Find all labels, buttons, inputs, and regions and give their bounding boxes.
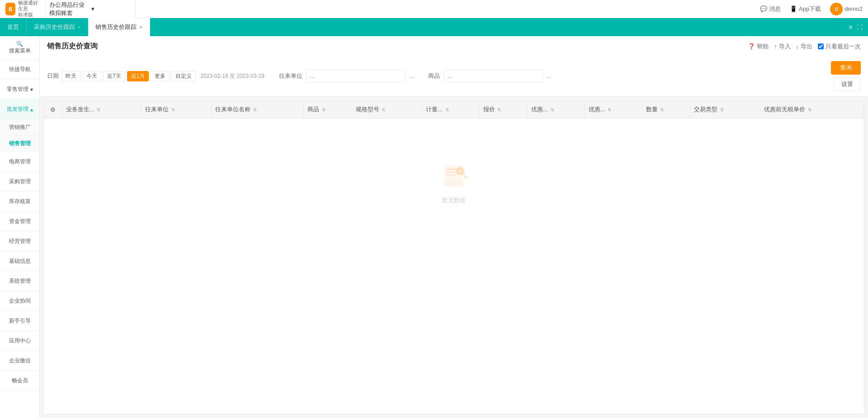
logo-icon: 6 <box>5 3 15 15</box>
sidebar-item-enterprise-wechat[interactable]: 企业微信 <box>0 351 39 371</box>
tab-purchase-history[interactable]: 采购历史价跟踪 × <box>27 18 88 36</box>
partner-more[interactable]: ... <box>409 73 414 79</box>
user-btn[interactable]: d demo2 <box>830 3 863 15</box>
only-last-input[interactable] <box>818 43 824 49</box>
date-label: 日期 <box>47 72 59 80</box>
sort-biz-date-icon: ⇅ <box>97 107 100 112</box>
help-btn[interactable]: ❓ 帮助 <box>748 43 769 51</box>
sort-spec-icon: ⇅ <box>382 107 385 112</box>
page-title: 销售历史价查询 <box>47 42 98 51</box>
sidebar-item-purchase-mgmt[interactable]: 采购管理 <box>0 172 39 192</box>
content-area: 销售历史价查询 ❓ 帮助 ↑ 导入 ↓ 导出 <box>40 36 868 418</box>
top-bar-right: 💬 消息 📱 App下载 d demo2 <box>760 3 863 15</box>
th-quantity[interactable]: 数量 ⇅ <box>642 101 690 119</box>
th-biz-date[interactable]: 业务发生... ⇅ <box>62 101 142 119</box>
sidebar-item-enterprise-collab[interactable]: 企业协同 <box>0 291 39 311</box>
tab-home[interactable]: 首页 <box>0 18 27 36</box>
sidebar-item-basic-info[interactable]: 基础信息 <box>0 252 39 271</box>
wholesale-chevron-icon: ▴ <box>30 106 33 113</box>
date-btn-7days[interactable]: 近7天 <box>103 71 125 81</box>
avatar: d <box>830 3 843 15</box>
sort-quantity-icon: ⇅ <box>660 107 664 112</box>
sidebar-item-sales-mgmt[interactable]: 销售管理 <box>0 136 39 152</box>
th-quote[interactable]: 报价 ⇅ <box>479 101 527 119</box>
sort-discount1-icon: ⇅ <box>551 107 554 112</box>
sort-partner-name-icon: ⇅ <box>253 107 257 112</box>
query-btn[interactable]: 查询 <box>831 61 861 75</box>
data-table: ⚙ 业务发生... ⇅ 往来单位 ⇅ 往来单位名称 ⇅ <box>44 101 864 119</box>
sidebar-item-member[interactable]: 畅会员 <box>0 371 39 391</box>
tab-bar: 首页 采购历史价跟踪 × 销售历史价跟踪 × ✕ ⛶ <box>0 18 868 36</box>
th-goods[interactable]: 商品 ⇅ <box>304 101 352 119</box>
th-partner-code[interactable]: 往来单位 ⇅ <box>142 101 212 119</box>
sidebar-item-new-guide[interactable]: 新手引导 <box>0 311 39 331</box>
tab-sales-history-close[interactable]: × <box>139 24 142 30</box>
partner-label: 往来单位 <box>279 72 302 80</box>
date-filter: 日期 昨天 今天 近7天 近1月 更多 自定义 2023-02-18 至 202… <box>47 71 264 81</box>
sidebar-sub-wholesale: 营销推广 销售管理 <box>0 119 39 152</box>
close-all-icon[interactable]: ✕ <box>848 24 853 31</box>
date-range: 2023-02-18 至 2023-03-18 <box>200 72 264 80</box>
sidebar-item-quick-nav[interactable]: 快捷导航 <box>0 60 39 80</box>
th-settings[interactable]: ⚙ <box>44 101 62 119</box>
th-partner-name[interactable]: 往来单位名称 ⇅ <box>212 101 304 119</box>
svg-line-6 <box>463 174 467 178</box>
goods-more[interactable]: ... <box>547 73 551 79</box>
tab-purchase-history-close[interactable]: × <box>78 24 80 30</box>
empty-text: 暂无数据 <box>442 196 466 204</box>
date-btn-more[interactable]: 更多 <box>151 71 170 81</box>
sidebar-item-inventory[interactable]: 库存核算 <box>0 192 39 212</box>
date-btn-1month[interactable]: 近1月 <box>127 71 149 81</box>
logo-text: 畅捷通好生意 标准版 <box>18 0 42 18</box>
th-discount2[interactable]: 优惠... ⇅ <box>585 101 642 119</box>
sidebar-item-marketing[interactable]: 营销推广 <box>0 119 39 136</box>
app-download-btn[interactable]: 📱 App下载 <box>790 5 821 13</box>
message-btn[interactable]: 💬 消息 <box>760 5 781 13</box>
th-discount1[interactable]: 优惠... ⇅ <box>528 101 585 119</box>
tab-sales-history-label: 销售历史价跟踪 <box>95 23 137 31</box>
page-header: 销售历史价查询 ❓ 帮助 ↑ 导入 ↓ 导出 <box>40 36 868 97</box>
goods-label: 商品 <box>428 72 440 80</box>
th-trade-type[interactable]: 交易类型 ⇅ <box>690 101 760 119</box>
th-unit[interactable]: 计量... ⇅ <box>422 101 480 119</box>
date-btn-yesterday[interactable]: 昨天 <box>61 71 80 81</box>
only-last-checkbox[interactable]: 只看最后一次 <box>818 43 861 51</box>
tab-bar-right: ✕ ⛶ <box>843 24 868 31</box>
message-icon: 💬 <box>760 5 767 12</box>
empty-state: 暂无数据 <box>44 119 864 241</box>
fullscreen-icon[interactable]: ⛶ <box>857 24 863 31</box>
sidebar-item-finance-mgmt[interactable]: 资金管理 <box>0 212 39 232</box>
sort-quote-icon: ⇅ <box>497 107 501 112</box>
sidebar-item-retail-mgmt[interactable]: 零售管理 ▾ <box>0 80 39 100</box>
main-layout: 🔍 搜索菜单 快捷导航 零售管理 ▾ 批发管理 ▴ 营销推广 销售管理 电商管理… <box>0 36 868 418</box>
sort-discount2-icon: ⇅ <box>608 107 611 112</box>
chevron-down-icon: ▾ <box>91 5 132 12</box>
sidebar-item-system-mgmt[interactable]: 系统管理 <box>0 271 39 291</box>
sidebar-item-wholesale-mgmt[interactable]: 批发管理 ▴ <box>0 100 39 119</box>
tab-sales-history[interactable]: 销售历史价跟踪 × <box>88 18 150 36</box>
tab-home-label: 首页 <box>7 23 19 31</box>
sidebar-item-search-menu[interactable]: 🔍 搜索菜单 <box>0 36 39 60</box>
sidebar-item-operation-mgmt[interactable]: 经营管理 <box>0 232 39 252</box>
import-icon: ↑ <box>774 43 777 50</box>
app-selector[interactable]: 办公用品行业模拟账套 ▾ <box>45 0 136 19</box>
sort-goods-icon: ⇅ <box>322 107 326 112</box>
date-btn-today[interactable]: 今天 <box>82 71 101 81</box>
import-btn[interactable]: ↑ 导入 <box>774 43 791 51</box>
date-btn-custom[interactable]: 自定义 <box>171 71 196 81</box>
goods-input[interactable] <box>443 70 543 82</box>
export-btn[interactable]: ↓ 导出 <box>796 43 813 51</box>
settings-btn[interactable]: 设置 <box>834 77 861 91</box>
sidebar-item-app-center[interactable]: 应用中心 <box>0 331 39 351</box>
table-header-row: ⚙ 业务发生... ⇅ 往来单位 ⇅ 往来单位名称 ⇅ <box>44 101 864 119</box>
svg-rect-4 <box>447 174 456 176</box>
partner-input[interactable] <box>306 70 406 82</box>
help-icon: ❓ <box>748 43 755 50</box>
th-pre-tax-price[interactable]: 优惠前无税单价 ⇅ <box>760 101 864 119</box>
th-spec[interactable]: 规格型号 ⇅ <box>352 101 422 119</box>
page-title-row: 销售历史价查询 ❓ 帮助 ↑ 导入 ↓ 导出 <box>47 42 861 51</box>
goods-filter: 商品 ... <box>428 70 551 82</box>
empty-state-icon <box>436 155 472 191</box>
sidebar-item-ecommerce-mgmt[interactable]: 电商管理 <box>0 152 39 172</box>
partner-filter: 往来单位 ... <box>279 70 414 82</box>
